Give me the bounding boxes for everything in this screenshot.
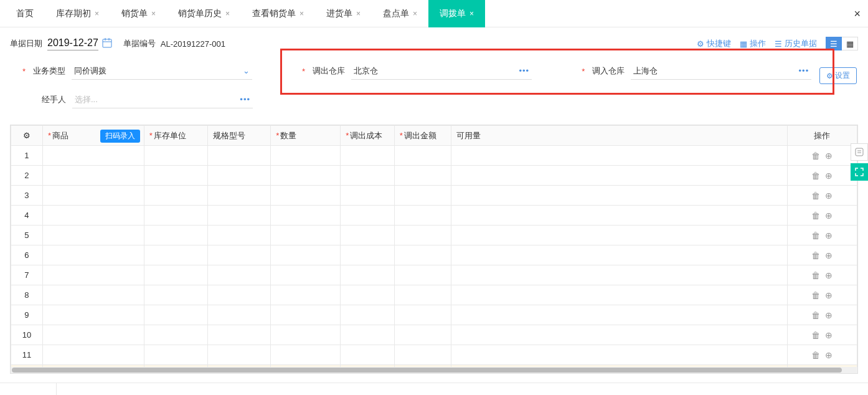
cell-unit[interactable] (144, 186, 207, 206)
tab-view-sales[interactable]: 查看销货单× (241, 0, 315, 27)
cell-spec[interactable] (207, 166, 271, 186)
cell-unit[interactable] (144, 305, 207, 325)
cell-unit[interactable] (144, 285, 207, 305)
cell-unit[interactable] (144, 245, 207, 265)
delete-icon[interactable]: 🗑 (811, 290, 820, 300)
table-row[interactable]: 3🗑⊕ (11, 186, 857, 206)
cell-amount[interactable] (394, 226, 451, 245)
table-row[interactable]: 11🗑⊕ (11, 345, 857, 365)
add-icon[interactable]: ⊕ (825, 151, 833, 161)
horizontal-scrollbar[interactable] (11, 367, 857, 373)
cell-cost[interactable] (341, 146, 395, 166)
scan-button[interactable]: 扫码录入 (100, 130, 140, 143)
cell-amount[interactable] (394, 285, 451, 305)
tab-transfer[interactable]: 调拨单× (428, 0, 485, 27)
tab-inventory-init[interactable]: 库存期初× (45, 0, 110, 27)
cell-qty[interactable] (271, 325, 341, 345)
cell-unit[interactable] (144, 206, 207, 226)
cell-product[interactable] (42, 285, 144, 305)
cell-unit[interactable] (144, 146, 207, 166)
cell-spec[interactable] (207, 265, 271, 285)
delete-icon[interactable]: 🗑 (811, 330, 820, 340)
close-icon[interactable]: × (356, 9, 361, 18)
cell-cost[interactable] (341, 345, 395, 365)
cell-product[interactable] (42, 245, 144, 265)
close-icon[interactable]: × (300, 9, 304, 18)
cell-unit[interactable] (144, 325, 207, 345)
delete-icon[interactable]: 🗑 (811, 151, 820, 161)
tab-sales[interactable]: 销货单× (110, 0, 167, 27)
cell-avail[interactable] (451, 265, 788, 285)
table-row[interactable]: 7🗑⊕ (11, 265, 857, 285)
cell-avail[interactable] (451, 245, 788, 265)
cell-spec[interactable] (207, 226, 271, 245)
delete-icon[interactable]: 🗑 (811, 231, 820, 240)
close-all-icon[interactable]: × (854, 7, 861, 21)
cell-avail[interactable] (451, 206, 788, 226)
cell-product[interactable] (42, 226, 144, 245)
table-row[interactable]: 1🗑⊕ (11, 146, 857, 166)
delete-icon[interactable]: 🗑 (811, 171, 820, 181)
tab-home[interactable]: 首页 (5, 0, 45, 27)
table-row[interactable]: 8🗑⊕ (11, 285, 857, 305)
cell-qty[interactable] (271, 186, 341, 206)
delete-icon[interactable]: 🗑 (811, 250, 820, 260)
add-icon[interactable]: ⊕ (825, 191, 833, 201)
delete-icon[interactable]: 🗑 (811, 350, 820, 360)
cell-product[interactable] (42, 305, 144, 325)
cell-cost[interactable] (341, 206, 395, 226)
delete-icon[interactable]: 🗑 (811, 270, 820, 280)
add-icon[interactable]: ⊕ (825, 211, 833, 221)
biz-type-select[interactable]: 同价调拨 ⌄ (72, 62, 252, 80)
cell-cost[interactable] (341, 226, 395, 245)
add-icon[interactable]: ⊕ (825, 270, 833, 280)
cell-cost[interactable] (341, 186, 395, 206)
add-icon[interactable]: ⊕ (825, 250, 833, 260)
cell-cost[interactable] (341, 325, 395, 345)
add-icon[interactable]: ⊕ (825, 231, 833, 240)
table-row[interactable]: 10🗑⊕ (11, 325, 857, 345)
cell-spec[interactable] (207, 146, 271, 166)
tab-stocktake[interactable]: 盘点单× (372, 0, 428, 27)
close-icon[interactable]: × (413, 9, 417, 18)
cell-unit[interactable] (144, 265, 207, 285)
cell-amount[interactable] (394, 305, 451, 325)
cell-amount[interactable] (394, 345, 451, 365)
cell-amount[interactable] (394, 265, 451, 285)
cell-product[interactable] (42, 325, 144, 345)
date-input[interactable]: 2019-12-27 (47, 37, 98, 50)
cell-cost[interactable] (341, 265, 395, 285)
cell-product[interactable] (42, 186, 144, 206)
cell-qty[interactable] (271, 166, 341, 186)
table-row[interactable]: 5🗑⊕ (11, 226, 857, 245)
cell-unit[interactable] (144, 226, 207, 245)
cell-spec[interactable] (207, 305, 271, 325)
cell-amount[interactable] (394, 186, 451, 206)
cell-spec[interactable] (207, 245, 271, 265)
in-warehouse-select[interactable]: 上海仓 ••• (631, 62, 811, 80)
cell-avail[interactable] (451, 325, 788, 345)
add-icon[interactable]: ⊕ (825, 330, 833, 340)
cell-qty[interactable] (271, 206, 341, 226)
cell-avail[interactable] (451, 166, 788, 186)
delete-icon[interactable]: 🗑 (811, 191, 820, 201)
cell-amount[interactable] (394, 245, 451, 265)
add-icon[interactable]: ⊕ (825, 290, 833, 300)
cell-avail[interactable] (451, 345, 788, 365)
delete-icon[interactable]: 🗑 (811, 211, 820, 221)
cell-spec[interactable] (207, 325, 271, 345)
close-icon[interactable]: × (95, 9, 99, 18)
cell-qty[interactable] (271, 226, 341, 245)
settings-button[interactable]: ⚙设置 (819, 67, 857, 84)
cell-product[interactable] (42, 345, 144, 365)
cell-unit[interactable] (144, 166, 207, 186)
column-settings[interactable]: ⚙ (11, 126, 43, 146)
cell-cost[interactable] (341, 285, 395, 305)
cell-product[interactable] (42, 265, 144, 285)
cell-qty[interactable] (271, 265, 341, 285)
cell-cost[interactable] (341, 245, 395, 265)
close-icon[interactable]: × (151, 9, 156, 18)
close-icon[interactable]: × (225, 9, 230, 18)
cell-qty[interactable] (271, 245, 341, 265)
cell-spec[interactable] (207, 345, 271, 365)
